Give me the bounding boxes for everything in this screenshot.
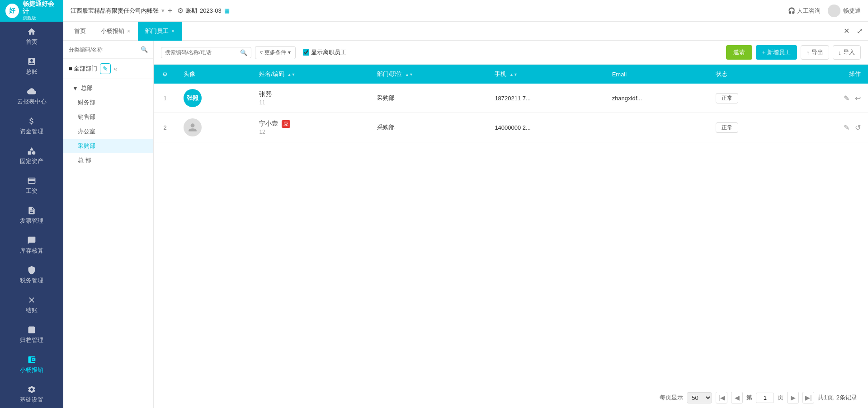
emp-name: 张熙 [259,90,363,98]
filter-label: 更多条件 [264,49,286,56]
prev-page-btn[interactable]: ◀ [731,392,743,403]
th-avatar: 头像 [176,65,252,84]
tab-expand-btn[interactable]: ⤢ [855,25,864,37]
sidebar-label-tax: 税务管理 [20,277,43,285]
sidebar-item-salary[interactable]: 工资 [0,171,63,201]
dept-edit-btn[interactable]: ✎ [100,63,111,74]
dept-node-office[interactable]: 办公室 [63,124,153,139]
chevron-down-icon: ▾ [288,49,291,56]
export-btn[interactable]: ↑ 导出 [801,45,829,60]
tab-home[interactable]: 首页 [67,22,94,41]
tabs-actions: ✕ ⤢ [842,25,864,37]
tab-expense-close[interactable]: × [127,28,130,34]
search-icon[interactable]: 🔍 [141,46,148,53]
first-page-btn[interactable]: |◀ [716,392,727,403]
settings-button[interactable]: ⚙ [175,5,185,17]
dept-node-purchase[interactable]: 采购部 [63,139,153,153]
sidebar-label-invoice: 发票管理 [20,217,43,225]
import-btn[interactable]: ↓ 导入 [833,45,861,60]
sidebar-item-close-account[interactable]: 结账 [0,290,63,320]
svg-rect-1 [28,151,31,155]
period-selector[interactable]: 账期 2023-03 ▦ [185,7,230,15]
dept-collapse-btn[interactable]: « [113,65,117,72]
toolbar: 🔍 ▿ 更多条件 ▾ 显示离职员工 邀请 + 新增员工 [154,41,868,65]
employee-table-container: ⚙ 头像 姓名/编码 ▲▼ 部门/职位 ▲▼ 手机 ▲▼ [154,65,868,387]
tab-close-all-btn[interactable]: ✕ [842,25,851,37]
cell-email: zhangxidf... [605,84,708,113]
tab-expense[interactable]: 小畅报销 × [94,22,138,41]
calendar-icon[interactable]: ▦ [224,7,230,14]
dept-search-input[interactable] [69,47,139,53]
user-menu[interactable]: 畅捷通 [828,5,861,17]
sidebar-label-ledger: 总账 [26,68,38,76]
tabs-bar: 首页 小畅报销 × 部门员工 × ✕ ⤢ [63,22,868,41]
invite-btn[interactable]: 邀请 [726,45,752,60]
row-num: 1 [154,84,176,113]
emp-code: 12 [259,129,363,135]
row-num: 2 [154,113,176,142]
sidebar-item-ledger[interactable]: 总账 [0,52,63,81]
dept-node-finance[interactable]: 财务部 [63,95,153,110]
sort-icon-dept: ▲▼ [405,73,413,77]
logout-btn[interactable]: ↩ [855,94,861,103]
th-dept-position[interactable]: 部门/职位 ▲▼ [370,65,488,84]
ying-tag: 应 [282,120,290,128]
employee-search-input[interactable] [165,49,238,56]
search-icon[interactable]: 🔍 [240,49,247,56]
page-size-select[interactable]: 50 10 20 100 [687,392,712,403]
sidebar-item-fund[interactable]: 资金管理 [0,111,63,141]
pagination-bar: 每页显示 50 10 20 100 |◀ ◀ 第 页 ▶ ▶| 共1页, 2条记… [154,387,868,408]
dept-panel: 🔍 ■ 全部部门 ✎ « ▼ 总部 财务部 销售部 [63,41,154,408]
sort-icon-name: ▲▼ [288,73,296,77]
filter-btn[interactable]: ▿ 更多条件 ▾ [255,46,296,59]
edit-btn[interactable]: ✎ [844,123,849,132]
page-num-input[interactable] [756,393,774,403]
th-settings[interactable]: ⚙ [154,65,176,84]
main-layout: 首页 总账 云报表中心 资金管理 固定资产 工资 发票管理 库存核算 [0,22,868,408]
sidebar-item-archive[interactable]: 归档管理 [0,320,63,350]
th-phone[interactable]: 手机 ▲▼ [487,65,604,84]
sidebar-label-archive: 归档管理 [20,336,43,344]
page-content: 🔍 ■ 全部部门 ✎ « ▼ 总部 财务部 销售部 [63,41,868,408]
add-employee-btn[interactable]: + 新增员工 [756,45,797,60]
employee-table: ⚙ 头像 姓名/编码 ▲▼ 部门/职位 ▲▼ 手机 ▲▼ [154,65,868,142]
show-resigned-input[interactable] [303,49,309,56]
company-selector[interactable]: 江西服宝精品有限责任公司内账张 ▾ [71,7,165,15]
table-row: 2 宁小壹 [154,113,868,142]
dept-node-sales[interactable]: 销售部 [63,110,153,124]
sidebar-item-home[interactable]: 首页 [0,22,63,52]
last-page-btn[interactable]: ▶| [802,392,814,403]
service-label: 人工咨询 [797,7,821,15]
th-name-code[interactable]: 姓名/编码 ▲▼ [252,65,370,84]
sidebar-label-cloud-report: 云报表中心 [17,98,47,106]
page-size-label: 每页显示 [660,394,683,402]
cell-status: 正常 [708,113,795,142]
sidebar-item-inventory[interactable]: 库存核算 [0,230,63,260]
th-email: Email [605,65,708,84]
cell-name-code: 张熙 11 [252,84,370,113]
dept-node-general[interactable]: 总 部 [63,153,153,168]
dept-all-header[interactable]: ■ 全部部门 ✎ « [63,59,153,79]
sidebar-item-asset[interactable]: 固定资产 [0,141,63,171]
tab-employee-close[interactable]: × [171,28,175,34]
avatar [828,5,840,17]
sidebar-item-expense[interactable]: 小畅报销 [0,350,63,380]
chevron-down-icon[interactable]: ▾ [161,7,165,14]
avatar: 张照 [184,89,202,107]
sidebar-label-expense: 小畅报销 [20,366,43,374]
next-page-btn[interactable]: ▶ [787,392,799,403]
refresh-btn[interactable]: ↺ [855,123,861,132]
sidebar-item-settings[interactable]: 基础设置 [0,380,63,408]
add-button[interactable]: ＋ [165,4,175,17]
th-ops: 操作 [794,65,868,84]
name-code: 宁小壹 应 12 [259,120,363,135]
sidebar-item-cloud-report[interactable]: 云报表中心 [0,81,63,111]
show-resigned-checkbox[interactable]: 显示离职员工 [303,48,346,56]
dept-node-headquarters[interactable]: ▼ 总部 [63,81,153,95]
th-status: 状态 [708,65,795,84]
service-btn[interactable]: 🎧 人工咨询 [788,7,821,15]
sidebar-item-tax[interactable]: 税务管理 [0,260,63,290]
edit-btn[interactable]: ✎ [844,94,849,103]
sidebar-item-invoice[interactable]: 发票管理 [0,201,63,230]
tab-employee[interactable]: 部门员工 × [138,22,182,41]
